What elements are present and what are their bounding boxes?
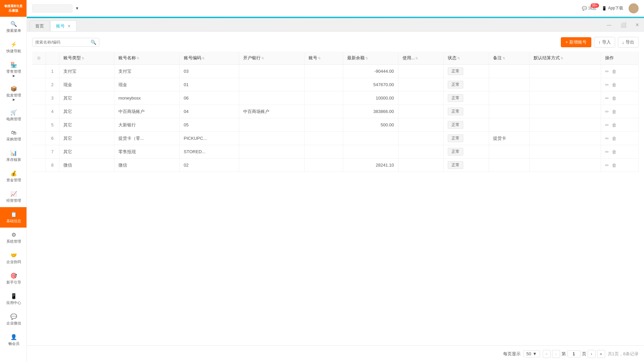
sidebar-item-retail[interactable]: 🏪 零售管理 ▶ xyxy=(0,58,26,81)
row-settlement xyxy=(529,132,601,145)
message-button[interactable]: 💬 消息 99+ xyxy=(582,5,596,11)
sidebar-label-operations: 经营管理 xyxy=(6,198,21,203)
delete-icon[interactable]: 🗑 xyxy=(612,122,616,128)
page-size-label: 每页显示 xyxy=(503,351,521,357)
status-sort-icon[interactable]: ⇅ xyxy=(457,56,460,60)
row-settlement xyxy=(529,118,601,132)
sidebar-item-inventory[interactable]: 📊 库存核算 xyxy=(0,146,26,166)
row-actions: ✏ 🗑 xyxy=(601,78,639,92)
usage-sort-icon[interactable]: ⇅ xyxy=(415,56,418,60)
minimize-button[interactable]: — xyxy=(602,18,616,32)
header-dropdown[interactable]: ▼ xyxy=(75,6,79,11)
next-page-button[interactable]: › xyxy=(588,350,596,358)
settings-icon[interactable]: ⚙ xyxy=(37,56,41,61)
user-avatar[interactable] xyxy=(629,3,639,13)
sidebar-item-ecommerce[interactable]: 🛒 电商管理 xyxy=(0,105,26,126)
row-name: moneybosx xyxy=(114,92,180,105)
delete-icon[interactable]: 🗑 xyxy=(612,82,616,87)
edit-icon[interactable]: ✏ xyxy=(605,163,609,168)
tab-close-account[interactable]: ✕ xyxy=(67,24,71,28)
sidebar-item-membership[interactable]: 👤 畅会员 xyxy=(0,330,26,350)
app-download-button[interactable]: 📱 App下载 xyxy=(602,5,623,11)
last-page-button[interactable]: » xyxy=(597,350,605,358)
sidebar-item-purchase[interactable]: 🛍 采购管理 xyxy=(0,126,26,146)
edit-icon[interactable]: ✏ xyxy=(605,136,609,141)
sidebar-item-operations[interactable]: 📈 经营管理 xyxy=(0,187,26,207)
row-actions: ✏ 🗑 xyxy=(601,132,639,145)
delete-icon[interactable]: 🗑 xyxy=(612,96,616,101)
row-remark xyxy=(489,65,529,78)
bank-sort-icon[interactable]: ⇅ xyxy=(261,56,264,60)
chat-icon: 💬 xyxy=(582,6,587,11)
search-icon[interactable]: 🔍 xyxy=(91,40,96,45)
row-remark xyxy=(489,105,529,118)
row-balance: -90444.00 xyxy=(343,65,398,78)
sidebar-item-finance[interactable]: 💰 资金管理 xyxy=(0,166,26,187)
sidebar: 畅捷通财生意 乐康版 🔍 搜索菜单 ⚡ 快捷导航 🏪 零售管理 ▶ 📦 批发管理… xyxy=(0,0,27,362)
row-account xyxy=(304,78,343,92)
account-search-input[interactable] xyxy=(35,40,91,45)
delete-icon[interactable]: 🗑 xyxy=(612,163,616,168)
sidebar-item-basic-info[interactable]: 📋 基础信息 xyxy=(0,207,26,228)
edit-icon[interactable]: ✏ xyxy=(605,69,609,74)
retail-icon: 🏪 xyxy=(10,62,17,68)
page-navigation: « ‹ 第 页 › » xyxy=(543,350,605,358)
add-account-button[interactable]: + 新增账号 xyxy=(561,37,591,47)
delete-icon[interactable]: 🗑 xyxy=(612,136,616,141)
edit-icon[interactable]: ✏ xyxy=(605,122,609,128)
row-type: 其它 xyxy=(59,132,114,145)
row-type: 其它 xyxy=(59,118,114,132)
finance-icon: 💰 xyxy=(10,170,17,177)
maximize-button[interactable]: ⬜ xyxy=(616,18,630,32)
sidebar-item-search-menu[interactable]: 🔍 搜索菜单 xyxy=(0,17,26,37)
account-sort-icon[interactable]: ⇅ xyxy=(318,56,321,60)
edit-icon[interactable]: ✏ xyxy=(605,96,609,101)
row-type: 微信 xyxy=(59,159,114,172)
row-settings xyxy=(32,92,46,105)
page-size-selector[interactable]: 50 ▼ xyxy=(523,350,540,357)
prev-page-button[interactable]: ‹ xyxy=(552,350,560,358)
edit-icon[interactable]: ✏ xyxy=(605,149,609,155)
settlement-sort-icon[interactable]: ⇅ xyxy=(560,56,563,60)
sidebar-label-guide: 新手引导 xyxy=(6,280,21,285)
page-number-input[interactable] xyxy=(567,350,581,357)
sidebar-item-wechat-biz[interactable]: 💬 企业微信 xyxy=(0,309,26,330)
delete-icon[interactable]: 🗑 xyxy=(612,149,616,155)
tab-account[interactable]: 账号✕ xyxy=(50,20,76,31)
close-window-button[interactable]: ✕ xyxy=(631,18,644,32)
sidebar-item-app-center[interactable]: 📱 应用中心 xyxy=(0,289,26,309)
edit-icon[interactable]: ✏ xyxy=(605,109,609,114)
code-sort-icon[interactable]: ⇅ xyxy=(202,56,205,60)
name-sort-icon[interactable]: ⇅ xyxy=(137,56,139,60)
row-account xyxy=(304,92,343,105)
sidebar-item-system[interactable]: ⚙ 系统管理 xyxy=(0,228,26,248)
balance-sort-icon[interactable]: ⇅ xyxy=(365,56,368,60)
row-index: 5 xyxy=(46,118,59,132)
sidebar-item-wholesale[interactable]: 📦 批发管理 ▶ xyxy=(0,81,26,105)
edit-icon[interactable]: ✏ xyxy=(605,82,609,87)
row-balance: 383866.00 xyxy=(343,105,398,118)
export-button[interactable]: ↓ 导出 xyxy=(618,37,639,48)
tab-home[interactable]: 首页 xyxy=(30,20,50,31)
sidebar-item-quick-nav[interactable]: ⚡ 快捷导航 xyxy=(0,37,26,58)
sidebar-item-guide[interactable]: 🎯 新手引导 xyxy=(0,268,26,289)
row-actions: ✏ 🗑 xyxy=(601,65,639,78)
type-sort-icon[interactable]: ⇅ xyxy=(82,56,84,60)
import-button[interactable]: ↑ 导入 xyxy=(594,37,615,48)
header-search-input[interactable] xyxy=(32,4,72,12)
row-remark xyxy=(489,92,529,105)
row-code: 01 xyxy=(179,78,239,92)
row-code: STORED... xyxy=(179,145,239,159)
row-usage xyxy=(398,92,444,105)
remark-sort-icon[interactable]: ⇅ xyxy=(502,56,505,60)
row-index: 6 xyxy=(46,132,59,145)
delete-icon[interactable]: 🗑 xyxy=(612,69,616,74)
bank-col-header: 开户银行⇅ xyxy=(239,52,304,65)
account-search-box[interactable]: 🔍 xyxy=(32,38,99,47)
basic-info-icon: 📋 xyxy=(10,211,17,218)
row-balance: 500.00 xyxy=(343,118,398,132)
delete-icon[interactable]: 🗑 xyxy=(612,109,616,114)
sidebar-item-enterprise[interactable]: 🤝 企业协同 xyxy=(0,248,26,268)
window-controls: — ⬜ ✕ xyxy=(602,18,644,32)
first-page-button[interactable]: « xyxy=(543,350,551,358)
